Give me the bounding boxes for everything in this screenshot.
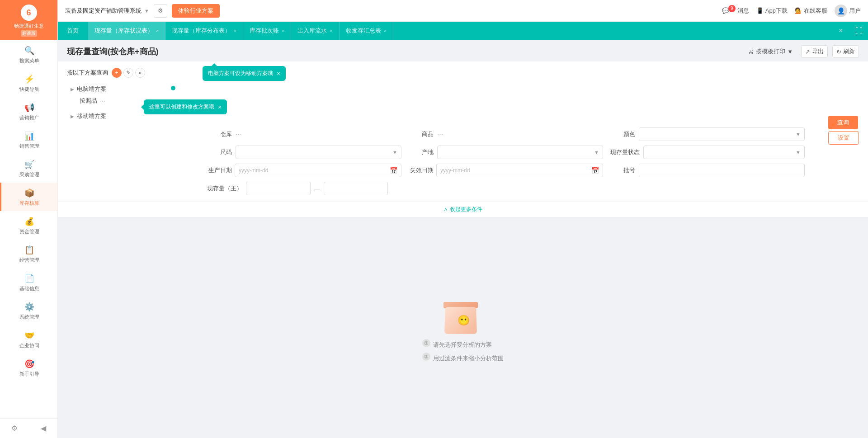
color-select[interactable]: ▼ [639, 127, 805, 141]
system-icon: ⚙️ [24, 302, 34, 312]
filter-section: 按以下方案查询 + ✎ « 电脑方案可设为移动方案哦 × 这里可以创建和修改方案… [58, 61, 868, 217]
filter-row-1: 仓库 ··· 商品 ··· 颜色 ▼ [207, 127, 805, 141]
tab-close-inventory-dist[interactable]: × [233, 28, 236, 33]
industry-button[interactable]: 体验行业方案 [172, 4, 220, 18]
sidebar-logo: 6 畅捷通好生意 标准版 [0, 0, 57, 40]
origin-field: 产地 ▼ [409, 146, 603, 159]
warehouse-label: 仓库 [207, 130, 232, 138]
tab-close-summary[interactable]: × [384, 28, 387, 33]
sidebar-item-purchase[interactable]: 🛒 采购管理 [0, 154, 57, 183]
origin-select[interactable]: ▼ [437, 146, 603, 159]
goods-dots[interactable]: ··· [437, 130, 443, 138]
pc-scheme-arrow: ▶ [71, 87, 74, 92]
tab-close-batch-account[interactable]: × [282, 28, 284, 33]
tab-summary[interactable]: 收发存汇总表 × [340, 22, 393, 40]
filter-row-2: 尺码 ▼ 产地 ▼ 现存量状态 [207, 146, 805, 159]
lot-input[interactable] [639, 164, 805, 177]
phone-icon: 📱 [756, 7, 764, 14]
empty-icon: 😶 [440, 293, 486, 334]
home-tab[interactable]: 首页 [58, 22, 88, 40]
sidebar-label-quicknav: 快捷导航 [19, 86, 39, 93]
size-label: 尺码 [207, 148, 232, 156]
search-icon: 🔍 [24, 46, 34, 56]
sidebar-item-marketing[interactable]: 📢 营销推广 [0, 97, 57, 126]
sidebar-item-system[interactable]: ⚙️ 系统管理 [0, 297, 57, 325]
sidebar-item-search[interactable]: 🔍 搜索菜单 [0, 40, 57, 69]
produce-date-field: 生产日期 yyyy-mm-dd 📅 [207, 164, 401, 177]
color-field: 颜色 ▼ [610, 127, 805, 141]
produce-date-label: 生产日期 [207, 166, 232, 174]
tab-inventory-dist[interactable]: 现存量（库存分布表） × [165, 22, 243, 40]
avatar: 👤 [835, 5, 847, 17]
export-label: 导出 [812, 47, 824, 56]
filter-row-3: 生产日期 yyyy-mm-dd 📅 失效日期 yyyy-mm-dd 📅 [207, 164, 805, 177]
close-all-tabs-button[interactable]: × [832, 22, 850, 40]
collapse-sidebar-icon[interactable]: ◀ [37, 422, 50, 434]
qty-max-input[interactable] [324, 182, 388, 195]
pc-scheme-more-icon[interactable]: ··· [100, 97, 105, 104]
gear-button[interactable]: ⚙ [154, 4, 167, 18]
sidebar-item-basicinfo[interactable]: 📄 基础信息 [0, 268, 57, 297]
online-service-action[interactable]: 💁 在线客服 [795, 7, 827, 15]
stock-status-select[interactable]: ▼ [643, 146, 805, 159]
sidebar-item-collab[interactable]: 🤝 企业协同 [0, 325, 57, 353]
warehouse-dots[interactable]: ··· [236, 130, 241, 138]
brand-edition: 标准版 [21, 30, 37, 37]
origin-dropdown-icon: ▼ [594, 150, 599, 155]
tab-inout-flow-label: 出入库流水 [297, 27, 327, 35]
print-button[interactable]: 🖨 按模板打印 ▼ [745, 46, 797, 57]
sidebar-item-quicknav[interactable]: ⚡ 快捷导航 [0, 69, 57, 97]
pc-scheme-label[interactable]: 电脑端方案 [77, 85, 106, 93]
maximize-button[interactable]: ⛶ [850, 22, 868, 40]
produce-date-placeholder: yyyy-mm-dd [239, 167, 268, 174]
refresh-button[interactable]: ↻ 刷新 [832, 45, 859, 58]
tooltip-scheme-mobile-close[interactable]: × [277, 70, 280, 77]
size-select[interactable]: ▼ [236, 146, 401, 159]
sidebar-label-finance: 资金管理 [19, 228, 39, 235]
user-action[interactable]: 👤 用户 [835, 5, 861, 17]
back-scheme-button[interactable]: « [135, 68, 145, 78]
settings-bottom-icon[interactable]: ⚙ [8, 422, 21, 434]
tab-bar: 首页 现存量（库存状况表） × 现存量（库存分布表） × 库存批次账 × 出入库… [58, 22, 868, 40]
tooltip-create-scheme: 这里可以创建和修改方案哦 × [144, 99, 227, 114]
tab-inout-flow[interactable]: 出入库流水 × [291, 22, 339, 40]
produce-date-input[interactable]: yyyy-mm-dd 📅 [235, 164, 401, 177]
sidebar-label-inventory: 库存核算 [19, 200, 39, 207]
collab-icon: 🤝 [24, 330, 34, 340]
collapse-chevron: ∧ [443, 206, 448, 212]
tab-close-inout-flow[interactable]: × [330, 28, 332, 33]
guide-icon: 🎯 [24, 359, 34, 369]
sidebar-item-operations[interactable]: 📋 经营管理 [0, 240, 57, 268]
edit-scheme-button[interactable]: ✎ [123, 68, 133, 78]
origin-label: 产地 [409, 148, 434, 156]
top-right-actions: 💬 9 消息 📱 App下载 💁 在线客服 👤 用户 [722, 5, 861, 17]
export-button[interactable]: ↗ 导出 [801, 45, 828, 58]
print-dropdown-icon: ▼ [787, 48, 793, 55]
message-action[interactable]: 💬 9 消息 [722, 7, 749, 15]
sidebar-item-sales[interactable]: 📊 销售管理 [0, 126, 57, 154]
export-icon: ↗ [805, 48, 810, 55]
sidebar-label-purchase: 采购管理 [19, 171, 39, 178]
app-download-label: App下载 [765, 7, 788, 15]
empty-text: ① 请先选择要分析的方案 ② 用过滤条件来缩小分析范围 [422, 339, 504, 364]
tab-close-inventory-status[interactable]: × [156, 28, 159, 33]
sidebar-item-finance[interactable]: 💰 资金管理 [0, 211, 57, 240]
add-scheme-button[interactable]: + [112, 68, 122, 78]
produce-date-cal-icon: 📅 [390, 167, 397, 174]
app-download-action[interactable]: 📱 App下载 [756, 7, 788, 15]
tab-inventory-status-label: 现存量（库存状况表） [94, 27, 153, 35]
collapse-bar[interactable]: ∧ 收起更多条件 [58, 202, 868, 217]
sidebar-item-inventory[interactable]: 📦 库存核算 [0, 183, 57, 211]
tab-batch-account[interactable]: 库存批次账 × [243, 22, 291, 40]
sidebar-item-guide[interactable]: 🎯 新手引导 [0, 353, 57, 382]
expire-date-input[interactable]: yyyy-mm-dd 📅 [436, 164, 603, 177]
qty-min-input[interactable] [246, 182, 311, 195]
page-header: 现存量查询(按仓库+商品) 🖨 按模板打印 ▼ ↗ 导出 ↻ 刷新 [58, 40, 868, 61]
online-service-label: 在线客服 [804, 7, 827, 15]
tooltip-create-scheme-close[interactable]: × [218, 104, 222, 111]
reset-button[interactable]: 设置 [828, 131, 859, 145]
scheme-pc-group: ▶ 电脑端方案 [71, 83, 859, 95]
tab-inventory-status[interactable]: 现存量（库存状况表） × [88, 22, 165, 40]
search-button[interactable]: 查询 [828, 116, 858, 129]
system-title-dropdown[interactable]: ▼ [144, 8, 149, 14]
